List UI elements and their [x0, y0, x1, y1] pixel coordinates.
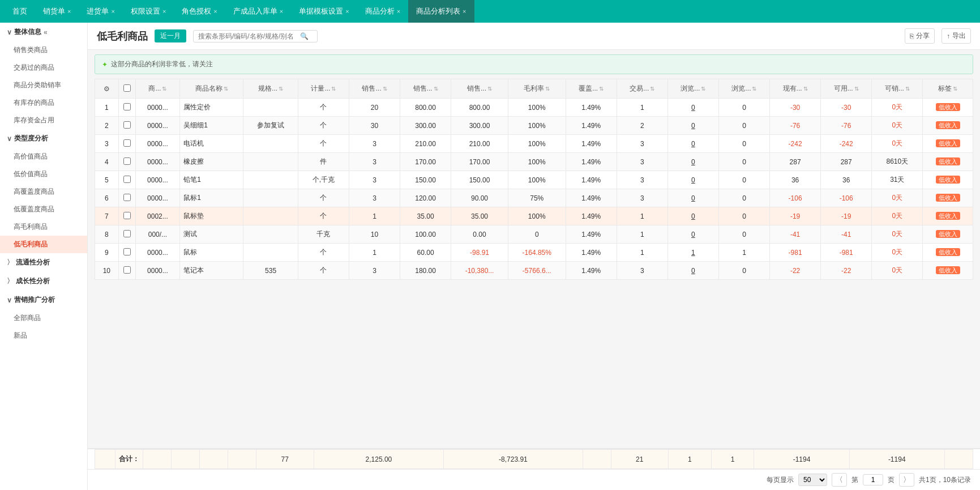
nav-role-auth[interactable]: 角色授权 ×	[174, 0, 225, 23]
row-checkbox-cell[interactable]	[118, 99, 135, 117]
sidebar-item-high-margin[interactable]: 高毛利商品	[0, 218, 87, 236]
row-checkbox[interactable]	[123, 266, 131, 274]
row-checkbox[interactable]	[123, 194, 131, 201]
row-checkbox-cell[interactable]	[118, 262, 135, 280]
col-coverage-header[interactable]: 覆盖...⇅	[566, 79, 617, 99]
sidebar-item-low-margin[interactable]: 低毛利商品	[0, 236, 87, 253]
row-num: 2	[95, 117, 119, 135]
date-filter-button[interactable]: 近一月	[155, 29, 186, 42]
col-sales2-header[interactable]: 销售...⇅	[400, 79, 451, 99]
nav-close-icon[interactable]: ×	[397, 8, 400, 15]
collapse-icon[interactable]: «	[44, 28, 48, 36]
sidebar-item-new-products[interactable]: 新品	[0, 327, 87, 344]
nav-purchase-order[interactable]: 进货单 ×	[79, 0, 122, 23]
col-sales3-header[interactable]: 销售...⇅	[451, 79, 508, 99]
col-checkbox[interactable]	[118, 79, 135, 99]
sidebar-item-inventory-products[interactable]: 有库存的商品	[0, 94, 87, 112]
nav-close-icon[interactable]: ×	[280, 8, 283, 15]
sidebar-item-traded-products[interactable]: 交易过的商品	[0, 59, 87, 76]
total-pages-text: 共1页，10条记录	[919, 475, 971, 485]
nav-product-analysis[interactable]: 商品分析 ×	[357, 0, 408, 23]
nav-close-icon[interactable]: ×	[162, 8, 166, 15]
sidebar-item-category-rate[interactable]: 商品分类助销率	[0, 76, 87, 94]
row-checkbox[interactable]	[123, 157, 131, 165]
row-spec	[243, 135, 298, 153]
col-sellable-header[interactable]: 可销...⇅	[872, 79, 923, 99]
col-spec-header[interactable]: 规格...⇅	[243, 79, 298, 99]
row-checkbox-cell[interactable]	[118, 153, 135, 171]
row-checkbox[interactable]	[123, 103, 131, 110]
nav-close-icon[interactable]: ×	[111, 8, 114, 15]
nav-home[interactable]: 首页	[5, 0, 35, 23]
row-col15: -19	[821, 207, 872, 225]
sidebar-item-sales-products[interactable]: 销售类商品	[0, 41, 87, 59]
select-all-checkbox[interactable]	[123, 84, 131, 92]
row-checkbox-cell[interactable]	[118, 225, 135, 244]
col-current-header[interactable]: 现有...⇅	[770, 79, 821, 99]
row-checkbox-cell[interactable]	[118, 117, 135, 135]
sidebar-item-low-coverage[interactable]: 低覆盖度商品	[0, 201, 87, 218]
row-col12[interactable]: 0	[667, 99, 718, 117]
nav-product-analysis-list[interactable]: 商品分析列表 ×	[408, 0, 474, 23]
col-trade-header[interactable]: 交易...⇅	[617, 79, 667, 99]
row-checkbox-cell[interactable]	[118, 244, 135, 262]
nav-close-icon[interactable]: ×	[67, 8, 71, 15]
nav-template-settings[interactable]: 单据模板设置 ×	[291, 0, 357, 23]
nav-close-icon[interactable]: ×	[463, 8, 466, 15]
row-checkbox[interactable]	[123, 139, 131, 147]
col-unit-header[interactable]: 计量...⇅	[298, 79, 349, 99]
row-checkbox-cell[interactable]	[118, 135, 135, 153]
nav-permissions[interactable]: 权限设置 ×	[123, 0, 174, 23]
nav-sales-order[interactable]: 销货单 ×	[35, 0, 79, 23]
row-col12[interactable]: 0	[667, 117, 718, 135]
col-available-header[interactable]: 可用...⇅	[821, 79, 872, 99]
nav-product-inbound[interactable]: 产成品入库单 ×	[225, 0, 291, 23]
col-view2-header[interactable]: 浏览...⇅	[718, 79, 769, 99]
page-number-input[interactable]	[863, 474, 883, 485]
page-size-select[interactable]: 20 50 100	[798, 474, 827, 486]
row-checkbox[interactable]	[123, 248, 131, 255]
export-button[interactable]: ↑ 导出	[942, 28, 971, 44]
row-col12[interactable]: 0	[667, 189, 718, 207]
sidebar-group-title-overview[interactable]: ∨ 整体信息 «	[0, 23, 87, 41]
sidebar-item-inventory-capital[interactable]: 库存资金占用	[0, 112, 87, 129]
row-col12[interactable]: 1	[667, 244, 718, 262]
nav-close-icon[interactable]: ×	[213, 8, 217, 15]
row-col12[interactable]: 0	[667, 153, 718, 171]
next-page-button[interactable]: 〉	[899, 473, 914, 487]
row-col13: 0	[718, 171, 769, 189]
row-checkbox[interactable]	[123, 212, 131, 219]
col-margin-header[interactable]: 毛利率⇅	[508, 79, 566, 99]
row-col12[interactable]: 0	[667, 207, 718, 225]
row-checkbox[interactable]	[123, 176, 131, 183]
row-col12[interactable]: 0	[667, 135, 718, 153]
row-code: 0002...	[135, 207, 180, 225]
col-view1-header[interactable]: 浏览...⇅	[667, 79, 718, 99]
sidebar-group-title-liquidity[interactable]: 〉 流通性分析	[0, 253, 87, 272]
col-settings[interactable]: ⚙	[95, 79, 119, 99]
row-checkbox-cell[interactable]	[118, 171, 135, 189]
sidebar-item-low-value[interactable]: 低价值商品	[0, 165, 87, 183]
row-checkbox-cell[interactable]	[118, 189, 135, 207]
search-input[interactable]	[198, 32, 300, 40]
sidebar-item-all-products[interactable]: 全部商品	[0, 309, 87, 327]
row-col12[interactable]: 0	[667, 225, 718, 244]
sidebar-group-title-type[interactable]: ∨ 类型度分析	[0, 129, 87, 148]
col-code-header[interactable]: 商...⇅	[135, 79, 180, 99]
sidebar-item-high-coverage[interactable]: 高覆盖度商品	[0, 183, 87, 201]
row-col12[interactable]: 0	[667, 171, 718, 189]
col-sales1-header[interactable]: 销售...⇅	[349, 79, 400, 99]
col-tag-header[interactable]: 标签⇅	[923, 79, 973, 99]
prev-page-button[interactable]: 〈	[832, 473, 847, 487]
row-checkbox[interactable]	[123, 230, 131, 237]
sidebar-group-title-marketing[interactable]: ∨ 营销推广分析	[0, 291, 87, 309]
sidebar-item-high-value[interactable]: 高价值商品	[0, 148, 87, 165]
sidebar-group-title-growth[interactable]: 〉 成长性分析	[0, 272, 87, 291]
nav-close-icon[interactable]: ×	[345, 8, 349, 15]
col-name-header[interactable]: 商品名称⇅	[180, 79, 243, 99]
row-col12[interactable]: 0	[667, 262, 718, 280]
share-button[interactable]: ⎘ 分享	[905, 28, 935, 44]
row-checkbox-cell[interactable]	[118, 207, 135, 225]
row-checkbox[interactable]	[123, 121, 131, 129]
row-col11: 2	[617, 117, 667, 135]
